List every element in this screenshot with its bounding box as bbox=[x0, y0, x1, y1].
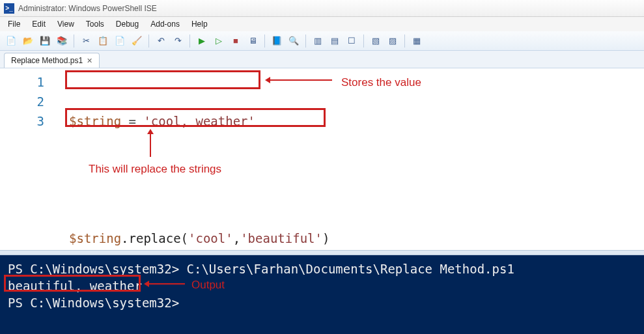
annotation-box-output bbox=[4, 275, 141, 292]
copy-icon[interactable]: 📋 bbox=[96, 34, 110, 48]
annotation-arrow-1 bbox=[267, 79, 332, 81]
separator bbox=[74, 35, 74, 48]
clear-icon[interactable]: 🧹 bbox=[130, 34, 144, 48]
token-string: 'beautiful' bbox=[240, 231, 322, 245]
cmd-icon[interactable]: 📘 bbox=[270, 34, 284, 48]
paste-icon[interactable]: 📄 bbox=[113, 34, 127, 48]
line-number: 2 bbox=[0, 92, 56, 111]
menubar: File Edit View Tools Debug Add-ons Help bbox=[0, 17, 644, 31]
separator bbox=[148, 35, 149, 48]
window-title: Administrator: Windows PowerShell ISE bbox=[18, 4, 157, 13]
annotation-stores: Stores the value bbox=[341, 73, 421, 92]
tabstrip: Replace Method.ps1 ✕ bbox=[0, 51, 644, 68]
new-icon[interactable]: 📄 bbox=[4, 34, 18, 48]
separator bbox=[305, 35, 306, 48]
token-method: .replace( bbox=[121, 231, 188, 245]
separator bbox=[363, 35, 364, 48]
annotation-arrow-output bbox=[146, 283, 185, 285]
annotation-output: Output bbox=[191, 277, 225, 294]
saveall-icon[interactable]: 📚 bbox=[55, 34, 69, 48]
save-icon[interactable]: 💾 bbox=[38, 34, 52, 48]
pane2-icon[interactable]: ▤ bbox=[328, 34, 342, 48]
console-prompt: PS C:\Windows\system32> bbox=[8, 294, 636, 311]
line-number: 1 bbox=[0, 72, 56, 92]
separator bbox=[264, 35, 265, 48]
find-icon[interactable]: 🔍 bbox=[287, 34, 301, 48]
token-string: 'cool' bbox=[188, 231, 233, 245]
annotation-box-1 bbox=[65, 70, 260, 89]
cut-icon[interactable]: ✂ bbox=[79, 34, 93, 48]
pane6-icon[interactable]: ▦ bbox=[410, 34, 424, 48]
tab-replace-method[interactable]: Replace Method.ps1 ✕ bbox=[4, 53, 100, 68]
runselection-icon[interactable]: ▷ bbox=[212, 34, 226, 48]
menu-help[interactable]: Help bbox=[186, 18, 213, 30]
code-line-3: $string.replace('cool','beautiful') bbox=[69, 229, 329, 248]
editor-pane[interactable]: 1 2 3 $string = 'cool, weather' $string.… bbox=[0, 68, 644, 250]
token-variable: $string bbox=[69, 231, 121, 245]
annotation-arrow-2 bbox=[150, 131, 151, 157]
run-icon[interactable]: ▶ bbox=[195, 34, 209, 48]
line-gutter: 1 2 3 bbox=[0, 72, 56, 131]
menu-file[interactable]: File bbox=[3, 18, 25, 30]
token-comma: , bbox=[233, 231, 240, 245]
powershell-icon: >_ bbox=[4, 3, 14, 14]
titlebar: >_ Administrator: Windows PowerShell ISE bbox=[0, 0, 644, 17]
menu-edit[interactable]: Edit bbox=[27, 18, 51, 30]
redo-icon[interactable]: ↷ bbox=[171, 34, 185, 48]
console-pane[interactable]: PS C:\Windows\system32> C:\Users\Farhan\… bbox=[0, 255, 644, 334]
remote-icon[interactable]: 🖥 bbox=[245, 34, 260, 48]
separator bbox=[404, 35, 405, 48]
close-icon[interactable]: ✕ bbox=[87, 57, 92, 65]
line-number: 3 bbox=[0, 111, 56, 131]
annotation-box-2 bbox=[65, 108, 326, 127]
menu-tools[interactable]: Tools bbox=[81, 18, 109, 30]
menu-view[interactable]: View bbox=[52, 18, 79, 30]
annotation-replace: This will replace the strings bbox=[89, 160, 221, 179]
open-icon[interactable]: 📂 bbox=[21, 34, 35, 48]
menu-addons[interactable]: Add-ons bbox=[145, 18, 185, 30]
token-paren: ) bbox=[322, 231, 329, 245]
separator bbox=[189, 35, 190, 48]
toolbar: 📄 📂 💾 📚 ✂ 📋 📄 🧹 ↶ ↷ ▶ ▷ ■ 🖥 📘 🔍 ▥ ▤ ☐ ▧ … bbox=[0, 31, 644, 51]
stop-icon[interactable]: ■ bbox=[229, 34, 243, 48]
menu-debug[interactable]: Debug bbox=[111, 18, 144, 30]
pane3-icon[interactable]: ☐ bbox=[344, 34, 359, 48]
pane5-icon[interactable]: ▨ bbox=[385, 34, 400, 48]
tab-label: Replace Method.ps1 bbox=[11, 56, 83, 65]
undo-icon[interactable]: ↶ bbox=[154, 34, 168, 48]
pane4-icon[interactable]: ▧ bbox=[369, 34, 383, 48]
pane1-icon[interactable]: ▥ bbox=[311, 34, 325, 48]
